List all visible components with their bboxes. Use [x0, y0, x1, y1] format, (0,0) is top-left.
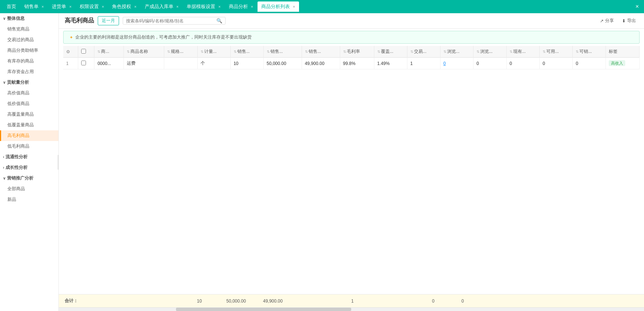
- nav-item-0[interactable]: 首页: [3, 1, 20, 12]
- row-sales3: 49,900.00: [302, 58, 340, 69]
- sort-icon-12: ⇅: [443, 50, 446, 54]
- nav-close-icon-3[interactable]: ×: [102, 4, 104, 9]
- sidebar-section-1: ∨贡献量分析高价值商品低价值商品高覆盖量商品低覆盖量商品高毛利商品低毛利商品: [0, 77, 58, 152]
- row-checkbox-input[interactable]: [81, 61, 86, 65]
- nav-item-8[interactable]: 商品分析列表×: [258, 1, 299, 12]
- sidebar-item-1-2[interactable]: 高覆盖量商品: [0, 109, 58, 120]
- col-header-4[interactable]: ⇅规格...: [164, 46, 197, 58]
- sidebar-item-4-1[interactable]: 新品: [0, 194, 58, 205]
- col-header-3[interactable]: ⇅商品名称: [123, 46, 164, 58]
- nav-item-2[interactable]: 进货单×: [48, 1, 75, 12]
- nav-close-icon-2[interactable]: ×: [69, 4, 71, 9]
- sidebar-section-title-2[interactable]: ›流通性分析: [0, 152, 58, 162]
- sort-icon-14: ⇅: [510, 50, 512, 54]
- nav-item-5[interactable]: 产成品入库单×: [141, 1, 182, 12]
- sidebar-item-0-3[interactable]: 有库存的商品: [0, 56, 58, 66]
- row-unit: 个: [197, 58, 230, 69]
- data-table: ⚙⇅商...⇅商品名称⇅规格...⇅计量...⇅销售...⇅销售...⇅销售..…: [63, 46, 640, 69]
- col-header-14[interactable]: ⇅现有...: [507, 46, 540, 58]
- sidebar-section-2: ›流通性分析: [0, 152, 58, 162]
- share-button[interactable]: ↗ 分享: [598, 17, 616, 25]
- nav-close-icon-5[interactable]: ×: [176, 4, 179, 9]
- col-header-16[interactable]: ⇅可销...: [573, 46, 606, 58]
- section-arrow-icon-1: ∨: [3, 80, 6, 84]
- sidebar-item-0-0[interactable]: 销售览商品: [0, 24, 58, 35]
- row-index: 1: [63, 58, 78, 69]
- nav-close-icon-4[interactable]: ×: [134, 4, 136, 9]
- sidebar-item-0-2[interactable]: 商品分类助销率: [0, 45, 58, 56]
- row-code: 0000...: [94, 58, 123, 69]
- sidebar-item-1-3[interactable]: 低覆盖量商品: [0, 120, 58, 130]
- nav-close-icon-8[interactable]: ×: [293, 4, 295, 9]
- top-nav-bar: 首页销售单×进货单×权限设置×角色授权×产成品入库单×单据模板设置×商品分析×商…: [0, 0, 644, 13]
- footer-trade: 1: [351, 299, 381, 304]
- filter-period-button[interactable]: 近一月: [98, 16, 119, 25]
- section-arrow-icon-2: ›: [3, 155, 4, 159]
- sort-icon-2: ⇅: [97, 50, 100, 54]
- row-browse1[interactable]: 0: [440, 58, 473, 69]
- sidebar-item-0-4[interactable]: 库存资金占用: [0, 66, 58, 77]
- nav-close-icon-7[interactable]: ×: [251, 4, 253, 9]
- col-header-12[interactable]: ⇅浏览...: [440, 46, 473, 58]
- sidebar-item-1-5[interactable]: 低毛利商品: [0, 141, 58, 152]
- sidebar-section-title-4[interactable]: ∨营销推广分析: [0, 173, 58, 184]
- nav-item-1[interactable]: 销售单×: [21, 1, 47, 12]
- sidebar-item-0-1[interactable]: 交易过的商品: [0, 35, 58, 45]
- sort-icon-13: ⇅: [476, 50, 479, 54]
- sort-icon-6: ⇅: [234, 50, 237, 54]
- sidebar-section-title-0[interactable]: ∨整体信息: [0, 13, 58, 24]
- section-arrow-icon-3: ›: [3, 166, 4, 170]
- nav-item-3[interactable]: 权限设置×: [76, 1, 108, 12]
- col-header-7[interactable]: ⇅销售...: [263, 46, 302, 58]
- tip-icon: ✦: [69, 35, 73, 40]
- row-available: 0: [540, 58, 573, 69]
- col-header-10[interactable]: ⇅覆盖...: [374, 46, 407, 58]
- sidebar: « ∨整体信息销售览商品交易过的商品商品分类助销率有库存的商品库存资金占用∨贡献…: [0, 13, 59, 311]
- sidebar-item-4-0[interactable]: 全部商品: [0, 184, 58, 194]
- col-header-11[interactable]: ⇅交易...: [407, 46, 440, 58]
- sort-icon-8: ⇅: [305, 50, 308, 54]
- row-saleable: 0: [573, 58, 606, 69]
- col-header-9[interactable]: ⇅毛利率: [340, 46, 374, 58]
- row-trade: 1: [407, 58, 440, 69]
- nav-close-icon-1[interactable]: ×: [42, 4, 44, 9]
- col-header-6[interactable]: ⇅销售...: [230, 46, 263, 58]
- settings-icon[interactable]: ⚙: [66, 49, 70, 54]
- export-button[interactable]: ⬇ 导出: [620, 17, 638, 25]
- sidebar-collapse-button[interactable]: «: [58, 155, 59, 170]
- sidebar-item-1-0[interactable]: 高价值商品: [0, 88, 58, 98]
- row-sales2: 50,000.00: [263, 58, 302, 69]
- col-header-15[interactable]: ⇅可用...: [540, 46, 573, 58]
- sidebar-section-4: ∨营销推广分析全部商品新品: [0, 173, 58, 205]
- section-title-label-4: 营销推广分析: [7, 175, 33, 181]
- horizontal-scrollbar[interactable]: [59, 307, 644, 311]
- sidebar-section-title-1[interactable]: ∨贡献量分析: [0, 77, 58, 88]
- sidebar-item-1-4[interactable]: 高毛利商品: [0, 130, 58, 141]
- search-input[interactable]: [126, 18, 216, 23]
- sort-icon-3: ⇅: [127, 50, 130, 54]
- nav-item-7[interactable]: 商品分析×: [225, 1, 257, 12]
- sidebar-section-title-3[interactable]: ›成长性分析: [0, 162, 58, 173]
- col-header-0: ⚙: [63, 46, 78, 58]
- nav-item-4[interactable]: 角色授权×: [108, 1, 140, 12]
- select-all-checkbox[interactable]: [81, 49, 86, 54]
- info-tip: ✦ 企业的主要的利润都是这部分商品创造的，可考虑加大推广，同时关注库存是不要出现…: [63, 31, 640, 44]
- sidebar-section-0: ∨整体信息销售览商品交易过的商品商品分类助销率有库存的商品库存资金占用: [0, 13, 58, 77]
- col-header-2[interactable]: ⇅商...: [94, 46, 123, 58]
- col-header-1: [78, 46, 94, 58]
- col-header-8[interactable]: ⇅销售...: [302, 46, 340, 58]
- content-area: 高毛利商品 近一月 🔍 ↗ 分享 ⬇ 导出 ✦ 企业的主要的利润都是这部分商品创…: [59, 13, 644, 311]
- link-cell[interactable]: 0: [443, 61, 446, 66]
- col-header-13[interactable]: ⇅浏览...: [473, 46, 506, 58]
- tag-badge: 高收入: [609, 60, 625, 66]
- nav-item-6[interactable]: 单据模板设置×: [183, 1, 224, 12]
- section-title-label-1: 贡献量分析: [7, 79, 29, 86]
- window-close-button[interactable]: ×: [633, 3, 641, 10]
- nav-close-icon-6[interactable]: ×: [218, 4, 220, 9]
- row-gross-rate: 99.8%: [340, 58, 374, 69]
- col-header-17: 标签: [606, 46, 640, 58]
- footer-sales3: 49,900.00: [263, 299, 300, 304]
- col-header-5[interactable]: ⇅计量...: [197, 46, 230, 58]
- row-checkbox[interactable]: [78, 58, 94, 69]
- sidebar-item-1-1[interactable]: 低价值商品: [0, 98, 58, 109]
